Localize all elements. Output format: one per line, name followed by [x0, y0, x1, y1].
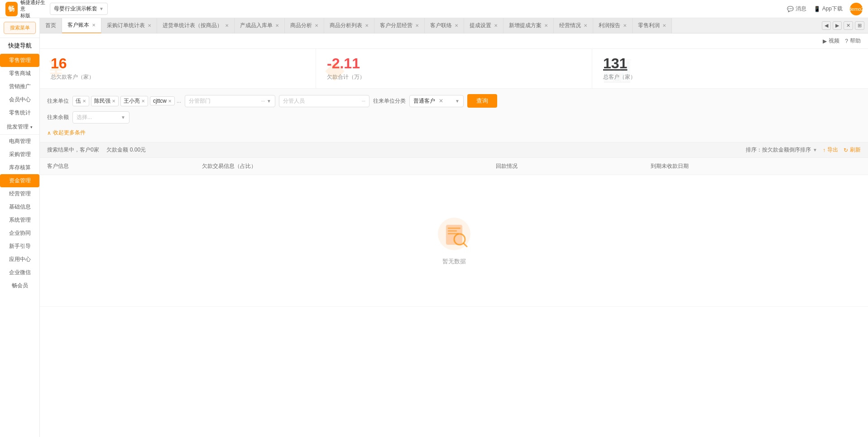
- filter-remainder-select[interactable]: 选择... ▼: [72, 111, 129, 124]
- tab-production-inbound[interactable]: 产成品入库单 ✕: [235, 18, 285, 33]
- quick-nav-btn[interactable]: 快捷导航: [0, 38, 39, 54]
- sidebar-item-new-guide[interactable]: 新手引导: [0, 240, 39, 253]
- tab-operations-status[interactable]: 经营情况 ✕: [554, 18, 593, 33]
- sort-select[interactable]: 排序：按欠款金额倒序排序 ▼: [746, 146, 817, 154]
- table-header-row: 客户信息 欠款交易信息（占比） 回款情况 到期未收款日期: [40, 158, 868, 175]
- stats-row: ¥ 16 总欠款客户（家） ◆ -2.11 欠款合计（万） 🏢: [40, 49, 868, 89]
- close-tag-wang[interactable]: ✕: [141, 99, 145, 104]
- filter-tag-wang[interactable]: 王小亮 ✕: [120, 96, 148, 106]
- sidebar-item-enterprise[interactable]: 企业协同: [0, 227, 39, 240]
- chevron-down-icon: ▼: [99, 6, 104, 11]
- quick-nav-label: 快捷导航: [8, 42, 32, 49]
- sidebar-item-finance[interactable]: 资金管理: [0, 174, 39, 187]
- tab-customer-book[interactable]: 客户账本 ✕: [62, 18, 101, 33]
- collapse-area: ∧ 收起更多条件: [47, 127, 861, 137]
- search-menu-btn[interactable]: 搜索菜单: [4, 22, 36, 34]
- filter-row-2: 往来余额 选择... ▼: [47, 111, 861, 124]
- tab-retail-profit[interactable]: 零售利润 ✕: [633, 18, 672, 33]
- message-icon: 💬: [787, 6, 794, 12]
- logo-text: 畅捷通好生意 标版: [20, 0, 45, 19]
- sidebar-item-app-center[interactable]: 应用中心: [0, 253, 39, 266]
- close-tab-achievement[interactable]: ✕: [544, 23, 548, 28]
- message-btn[interactable]: 💬 消息: [787, 5, 806, 13]
- close-tab-goods[interactable]: ✕: [315, 23, 318, 28]
- close-tab-customer-tier[interactable]: ✕: [415, 23, 419, 28]
- tab-new-achievement[interactable]: 新增提成方案 ✕: [504, 18, 554, 33]
- sidebar-item-enterprise-wechat[interactable]: 企业微信: [0, 266, 39, 279]
- filter-tag-cjttcw[interactable]: cjttcw ✕: [150, 96, 175, 105]
- video-link[interactable]: ▶ 视频: [823, 37, 839, 45]
- close-tab-ops[interactable]: ✕: [584, 23, 587, 28]
- sidebar-search-section: 搜索菜单: [0, 18, 39, 38]
- query-btn[interactable]: 查询: [467, 94, 497, 108]
- empty-state-text: 暂无数据: [442, 257, 466, 266]
- sidebar-item-member-plus[interactable]: 畅会员: [0, 279, 39, 292]
- sidebar-item-inventory[interactable]: 库存核算: [0, 161, 39, 174]
- filter-tag-wu[interactable]: 伍 ✕: [72, 96, 89, 106]
- clear-unit-category[interactable]: ✕: [439, 98, 443, 104]
- tab-purchase-order-stats[interactable]: 采购订单统计表 ✕: [101, 18, 157, 33]
- help-link[interactable]: ? 帮助: [845, 37, 861, 45]
- sidebar-item-basic-info[interactable]: 基础信息: [0, 200, 39, 214]
- tab-customer-tier[interactable]: 客户分层经营 ✕: [374, 18, 425, 33]
- sidebar-item-ecommerce[interactable]: 电商管理: [0, 135, 39, 148]
- tab-next-btn[interactable]: ▶: [833, 21, 842, 30]
- sidebar-item-member-center[interactable]: 会员中心: [0, 93, 39, 106]
- video-icon: ▶: [823, 38, 827, 44]
- tab-home[interactable]: 首页: [40, 18, 62, 33]
- app-download-btn[interactable]: 📱 App下载: [814, 5, 843, 13]
- close-tab-goods-list[interactable]: ✕: [365, 23, 369, 28]
- user-avatar[interactable]: demo2: [850, 3, 863, 15]
- chevron-down-category: ▼: [455, 99, 460, 104]
- close-tab-inbound[interactable]: ✕: [225, 23, 229, 28]
- tab-profit-report[interactable]: 利润报告 ✕: [593, 18, 633, 33]
- sidebar-item-system[interactable]: 系统管理: [0, 214, 39, 227]
- tab-goods-analysis-list[interactable]: 商品分析列表 ✕: [324, 18, 374, 33]
- filter-unit-category-select[interactable]: 普通客户 ✕ ▼: [409, 95, 464, 107]
- sidebar-item-retail-mgmt[interactable]: 零售管理: [0, 54, 39, 67]
- filter-person-select[interactable]: 分管人员 ···: [279, 95, 369, 107]
- close-tab-customer-book[interactable]: ✕: [92, 23, 96, 28]
- page-content: ▶ 视频 ? 帮助 ¥ 16 总欠款客户（家）: [40, 33, 868, 437]
- close-tab-purchase[interactable]: ✕: [148, 23, 151, 28]
- close-tab-profit[interactable]: ✕: [623, 23, 627, 28]
- close-tab-contact[interactable]: ✕: [455, 23, 458, 28]
- close-tab-retail-profit[interactable]: ✕: [662, 23, 666, 28]
- close-tab-reminder[interactable]: ✕: [494, 23, 498, 28]
- sidebar-item-marketing[interactable]: 营销推广: [0, 80, 39, 93]
- refresh-btn[interactable]: ↻ 刷新: [844, 146, 861, 154]
- close-tag-wu[interactable]: ✕: [82, 99, 86, 104]
- account-selector[interactable]: 母婴行业演示帐套 ▼: [50, 3, 108, 15]
- result-summary: 搜索结果中，客户0家 欠款金额 0.00元: [47, 146, 146, 154]
- filter-more-btn[interactable]: ...: [177, 98, 181, 104]
- close-tag-chen[interactable]: ✕: [112, 99, 115, 104]
- tab-prev-btn[interactable]: ◀: [822, 21, 831, 30]
- header-right: 💬 消息 📱 App下载 demo2: [787, 3, 863, 15]
- sidebar-item-purchase[interactable]: 采购管理: [0, 148, 39, 161]
- stat-overdue-customers: ¥ 16 总欠款客户（家）: [40, 49, 316, 88]
- export-btn[interactable]: ↑ 导出: [823, 146, 838, 154]
- collapse-btn[interactable]: ∧ 收起更多条件: [47, 129, 861, 137]
- close-tag-cjttcw[interactable]: ✕: [168, 99, 172, 104]
- sidebar-item-retail-mall[interactable]: 零售商城: [0, 67, 39, 80]
- tab-inbound-stats[interactable]: 进货单统计表（按商品） ✕: [157, 18, 235, 33]
- tab-close-all-btn[interactable]: ✕: [844, 21, 853, 30]
- help-icon: ?: [845, 38, 848, 44]
- close-tab-production[interactable]: ✕: [275, 23, 279, 28]
- tab-bar: 首页 客户账本 ✕ 采购订单统计表 ✕ 进货单统计表（按商品） ✕ 产成品入库单…: [40, 18, 868, 33]
- tab-goods-analysis[interactable]: 商品分析 ✕: [285, 18, 324, 33]
- tab-customer-contact[interactable]: 客户联络 ✕: [425, 18, 464, 33]
- filter-tag-chen[interactable]: 陈民强 ✕: [91, 96, 119, 106]
- sidebar-item-wholesale[interactable]: 批发管理 ▾: [0, 119, 39, 134]
- sidebar: 搜索菜单 快捷导航 零售管理 零售商城 营销推广 会员中心 零售统计 批发管理 …: [0, 18, 40, 437]
- tab-expand-btn[interactable]: ⊞: [855, 21, 864, 30]
- table-body: 暂无数据: [40, 175, 868, 307]
- sidebar-item-operations[interactable]: 经营管理: [0, 187, 39, 200]
- filter-dept-select[interactable]: 分管部门 ··· ▼: [185, 95, 275, 107]
- filter-person-extra: ···: [362, 99, 365, 104]
- col-overdue-info: 欠款交易信息（占比）: [195, 158, 489, 175]
- tab-reminder-settings[interactable]: 提成设置 ✕: [464, 18, 504, 33]
- col-due-date: 到期未收款日期: [643, 158, 868, 175]
- sidebar-item-retail-stats[interactable]: 零售统计: [0, 106, 39, 119]
- stat-overdue-amount: ◆ -2.11 欠款合计（万）: [316, 49, 592, 88]
